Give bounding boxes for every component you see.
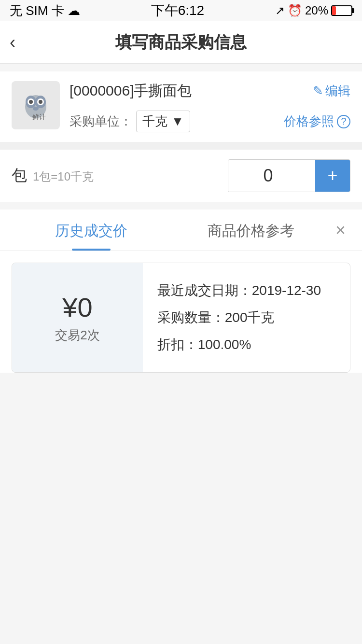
battery-percent: 20% <box>305 4 328 17</box>
edit-icon: ✎ <box>313 84 323 98</box>
status-bar: 无 SIM 卡 ☁ 下午6:12 ↗ ⏰ 20% <box>0 0 362 21</box>
battery-icon <box>331 5 352 16</box>
transaction-left: ¥0 交易2次 <box>12 263 143 372</box>
qty-value: 200千克 <box>225 310 275 325</box>
edit-button[interactable]: ✎ 编辑 <box>313 83 350 99</box>
date-value: 2019-12-30 <box>252 283 321 298</box>
status-left: 无 SIM 卡 ☁ <box>10 2 80 19</box>
product-header: [0000006]手撕面包 ✎ 编辑 <box>70 81 350 101</box>
tabs-container: 历史成交价 商品价格参考 × ¥0 交易2次 最近成交日期：2019-12-30… <box>0 210 362 373</box>
sim-wifi-label: 无 SIM 卡 ☁ <box>10 2 80 19</box>
question-icon: ? <box>337 115 350 128</box>
discount-value: 100.00% <box>198 337 251 352</box>
product-image: 鲜计 <box>12 81 60 129</box>
back-button[interactable]: ‹ <box>10 32 15 53</box>
quantity-plus-button[interactable]: + <box>315 160 350 192</box>
page-title: 填写商品采购信息 <box>115 31 247 54</box>
svg-point-7 <box>33 107 39 111</box>
quantity-input[interactable] <box>228 160 315 192</box>
qty-label: 采购数量： <box>157 310 225 325</box>
qty-equiv: 1包=10千克 <box>33 169 94 184</box>
location-icon: ↗ <box>275 4 285 17</box>
svg-text:鲜计: 鲜计 <box>32 113 46 121</box>
divider-1 <box>0 142 362 150</box>
status-time: 下午6:12 <box>151 1 205 20</box>
unit-select[interactable]: 千克 ▼ <box>136 111 190 132</box>
qty-unit: 包 <box>12 165 27 186</box>
unit-value: 千克 <box>142 113 167 130</box>
transaction-date: 最近成交日期：2019-12-30 <box>157 280 335 301</box>
tabs-header: 历史成交价 商品价格参考 × <box>0 210 362 251</box>
transaction-count: 交易2次 <box>55 327 99 344</box>
status-right: ↗ ⏰ 20% <box>275 4 352 17</box>
product-name: [0000006]手撕面包 <box>70 81 192 101</box>
transaction-card: ¥0 交易2次 最近成交日期：2019-12-30 采购数量：200千克 折扣：… <box>12 263 350 373</box>
quantity-row: 包 1包=10千克 + <box>0 150 362 202</box>
price-ref-label: 价格参照 <box>284 113 334 130</box>
product-logo: 鲜计 <box>19 88 53 122</box>
tab-history-price[interactable]: 历史成交价 <box>12 210 171 251</box>
battery-fill <box>332 6 336 15</box>
price-ref-button[interactable]: 价格参照 ? <box>284 113 350 130</box>
transaction-discount: 折扣：100.00% <box>157 335 335 355</box>
unit-arrow-icon: ▼ <box>171 114 184 129</box>
product-card: 鲜计 [0000006]手撕面包 ✎ 编辑 采购单位： 千克 ▼ 价格参照 ? <box>0 71 362 142</box>
transaction-right: 最近成交日期：2019-12-30 采购数量：200千克 折扣：100.00% <box>143 263 350 372</box>
tab-product-price-ref[interactable]: 商品价格参考 <box>171 210 330 251</box>
edit-label: 编辑 <box>325 83 350 99</box>
transaction-qty: 采购数量：200千克 <box>157 308 335 328</box>
quantity-label: 包 1包=10千克 <box>12 165 94 186</box>
alarm-icon: ⏰ <box>288 4 302 17</box>
discount-label: 折扣： <box>157 337 198 352</box>
quantity-input-group: + <box>228 159 350 192</box>
svg-point-6 <box>39 100 42 104</box>
product-info: [0000006]手撕面包 ✎ 编辑 采购单位： 千克 ▼ 价格参照 ? <box>70 81 350 132</box>
svg-point-5 <box>29 100 33 104</box>
close-button[interactable]: × <box>331 215 350 245</box>
unit-label: 采购单位： <box>70 113 132 130</box>
date-label: 最近成交日期： <box>157 283 252 298</box>
transaction-price: ¥0 <box>62 292 92 323</box>
nav-bar: ‹ 填写商品采购信息 <box>0 21 362 64</box>
product-unit-row: 采购单位： 千克 ▼ 价格参照 ? <box>70 111 350 132</box>
